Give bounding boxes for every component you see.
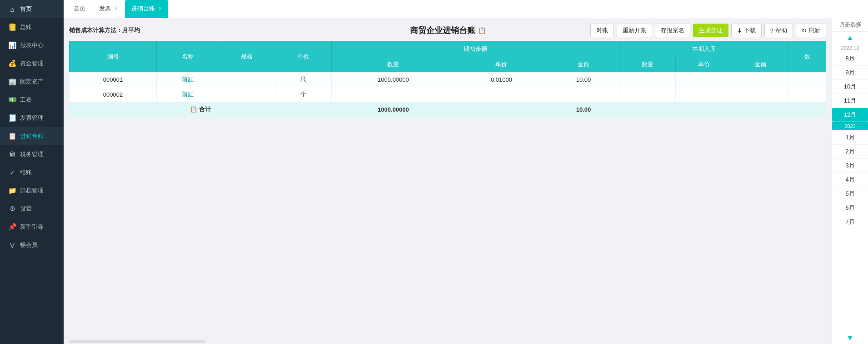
close-icon: ✓ bbox=[8, 168, 16, 177]
sidebar-item-invoice-mgmt[interactable]: 🧾发票管理 bbox=[0, 109, 64, 127]
reconcile-button[interactable]: 对账 bbox=[590, 24, 614, 37]
tab-close-purchase-tab[interactable]: × bbox=[159, 5, 162, 12]
col-unit: 单位 bbox=[275, 41, 331, 72]
year-2023-badge: 2023 bbox=[832, 122, 868, 131]
col-in-qty: 数量 bbox=[619, 57, 676, 72]
month-item-3月[interactable]: 3月 bbox=[832, 159, 868, 173]
sidebar-label-vip: 畅会员 bbox=[20, 241, 38, 249]
guide-icon: 📌 bbox=[8, 223, 16, 231]
cell-opening-qty: 1000.00000 bbox=[331, 72, 455, 87]
month-item-2月[interactable]: 2月 bbox=[832, 145, 868, 159]
month-item-12月[interactable]: 12月 bbox=[832, 108, 868, 122]
month-panel-scroll: 2022.12 8月9月10月11月12月 2023 1月2月3月4月5月6月7… bbox=[832, 44, 868, 332]
generate-voucher-button[interactable]: 生成凭证 bbox=[693, 24, 728, 37]
cell-opening-amount: 10.00 bbox=[548, 72, 619, 87]
sidebar-item-close[interactable]: ✓结账 bbox=[0, 163, 64, 182]
month-item-10月[interactable]: 10月 bbox=[832, 80, 868, 94]
month-item-1月[interactable]: 1月 bbox=[832, 131, 868, 145]
cell-opening-price: 0.01000 bbox=[455, 72, 548, 87]
month-item-6月[interactable]: 6月 bbox=[832, 201, 868, 215]
cell-in-price bbox=[676, 72, 732, 87]
sidebar-item-home[interactable]: ⌂首页 bbox=[0, 0, 64, 18]
maximize-window-button[interactable]: ⤢ bbox=[853, 21, 863, 31]
month-item-5月[interactable]: 5月 bbox=[832, 187, 868, 201]
save-alias-button[interactable]: 存报别名 bbox=[655, 24, 690, 37]
col-opening-qty: 数量 bbox=[331, 57, 455, 72]
total-opening-qty: 1000.00000 bbox=[331, 102, 455, 117]
download-button[interactable]: ⬇ 下载 bbox=[731, 24, 762, 37]
sidebar-item-payroll[interactable]: 💵工资 bbox=[0, 91, 64, 109]
tab-label-purchase-tab: 进销台账 bbox=[131, 5, 155, 13]
cell-in-qty bbox=[619, 72, 676, 87]
total-in-qty bbox=[619, 102, 676, 117]
table-row: 000001 前缸 只 1000.00000 0.01000 10.00 bbox=[70, 72, 826, 87]
sidebar-item-purchase-ledger[interactable]: 📋进销台账 bbox=[0, 127, 64, 145]
total-opening-price bbox=[455, 102, 548, 117]
sidebar-item-settings[interactable]: ⚙设置 bbox=[0, 200, 64, 218]
bottom-scroll bbox=[64, 339, 832, 344]
tab-purchase-tab[interactable]: 进销台账× bbox=[125, 0, 168, 18]
content-area: 销售成本计算方法：月平均 商贸企业进销台账 📋 对账 重新开账 存报别名 生成凭… bbox=[64, 18, 868, 344]
sidebar-item-assets[interactable]: 🏢固定资产 bbox=[0, 73, 64, 91]
cell-in-price bbox=[676, 87, 732, 102]
month-item-7月[interactable]: 7月 bbox=[832, 215, 868, 229]
tab-close-invoice-tab[interactable]: × bbox=[115, 5, 118, 12]
month-panel: 月份选择 ▲ 2022.12 8月9月10月11月12月 2023 1月2月3月… bbox=[832, 18, 868, 344]
sidebar-label-assets: 固定资产 bbox=[20, 78, 44, 86]
page-title-text: 商贸企业进销台账 bbox=[410, 25, 475, 36]
sidebar-item-vip[interactable]: V畅会员 bbox=[0, 236, 64, 254]
cell-unit: 只 bbox=[275, 72, 331, 87]
sidebar-item-funds[interactable]: 💰资金管理 bbox=[0, 54, 64, 73]
funds-icon: 💰 bbox=[8, 59, 16, 68]
sidebar-label-home: 首页 bbox=[20, 5, 32, 13]
sidebar-item-archive[interactable]: 📁归档管理 bbox=[0, 182, 64, 200]
sidebar-label-payroll: 工资 bbox=[20, 96, 32, 104]
total-extra bbox=[788, 102, 826, 117]
sidebar-label-close: 结账 bbox=[20, 168, 32, 177]
total-opening-amount: 10.00 bbox=[548, 102, 619, 117]
month-item-11月[interactable]: 11月 bbox=[832, 94, 868, 108]
total-in-price bbox=[676, 102, 732, 117]
month-scroll-down[interactable]: ▼ bbox=[832, 332, 868, 344]
cell-extra bbox=[788, 87, 826, 102]
cell-spec bbox=[219, 87, 275, 102]
month-item-8月[interactable]: 8月 bbox=[832, 52, 868, 66]
page-body: 销售成本计算方法：月平均 商贸企业进销台账 📋 对账 重新开账 存报别名 生成凭… bbox=[64, 18, 832, 344]
close-window-button[interactable]: ✕ bbox=[842, 21, 852, 31]
cell-opening-amount bbox=[548, 87, 619, 102]
sidebar-label-invoice-mgmt: 发票管理 bbox=[20, 114, 44, 122]
page-title: 商贸企业进销台账 📋 bbox=[410, 25, 486, 36]
month-item-9月[interactable]: 9月 bbox=[832, 66, 868, 80]
sidebar-item-guide[interactable]: 📌新手引导 bbox=[0, 218, 64, 236]
reopen-button[interactable]: 重新开账 bbox=[617, 24, 652, 37]
home-icon: ⌂ bbox=[8, 5, 16, 13]
ledger-icon: 📒 bbox=[8, 23, 16, 31]
sidebar-item-tax[interactable]: 🏛税务管理 bbox=[0, 145, 64, 163]
month-item-4月[interactable]: 4月 bbox=[832, 173, 868, 187]
vip-icon: V bbox=[8, 241, 16, 249]
tab-invoice-tab[interactable]: 发票× bbox=[93, 0, 124, 18]
cell-opening-price bbox=[455, 87, 548, 102]
tab-home-tab[interactable]: 首页 bbox=[67, 0, 92, 18]
invoice-mgmt-icon: 🧾 bbox=[8, 114, 16, 122]
sidebar-label-reports: 报表中心 bbox=[20, 41, 44, 49]
sidebar: ⌂首页📒总账📊报表中心💰资金管理🏢固定资产💵工资🧾发票管理📋进销台账🏛税务管理✓… bbox=[0, 0, 64, 344]
refresh-button[interactable]: ↻ 刷新 bbox=[796, 24, 826, 37]
col-current-in: 本期入库 bbox=[619, 41, 788, 57]
sidebar-item-reports[interactable]: 📊报表中心 bbox=[0, 36, 64, 54]
help-button[interactable]: ? 帮助 bbox=[764, 24, 793, 37]
total-in-amount bbox=[732, 102, 788, 117]
horizontal-scrollbar[interactable] bbox=[69, 340, 205, 343]
main-area: 首页发票×进销台账× 销售成本计算方法：月平均 商贸企业进销台账 📋 对账 重新… bbox=[64, 0, 868, 344]
total-row: 📋合计 1000.00000 10.00 bbox=[70, 102, 826, 117]
sidebar-label-funds: 资金管理 bbox=[20, 59, 44, 68]
col-opening-price: 单价 bbox=[455, 57, 548, 72]
cell-in-amount bbox=[732, 87, 788, 102]
table-wrap: 编号 名称 规格 单位 期初余额 本期入库 数 数量 单价 金额 数 bbox=[64, 41, 832, 339]
col-spec: 规格 bbox=[219, 41, 275, 72]
payroll-icon: 💵 bbox=[8, 96, 16, 104]
download-icon: ⬇ bbox=[737, 27, 742, 34]
sidebar-label-settings: 设置 bbox=[20, 205, 32, 213]
cost-method-label: 销售成本计算方法：月平均 bbox=[69, 26, 140, 34]
sidebar-item-ledger[interactable]: 📒总账 bbox=[0, 18, 64, 36]
